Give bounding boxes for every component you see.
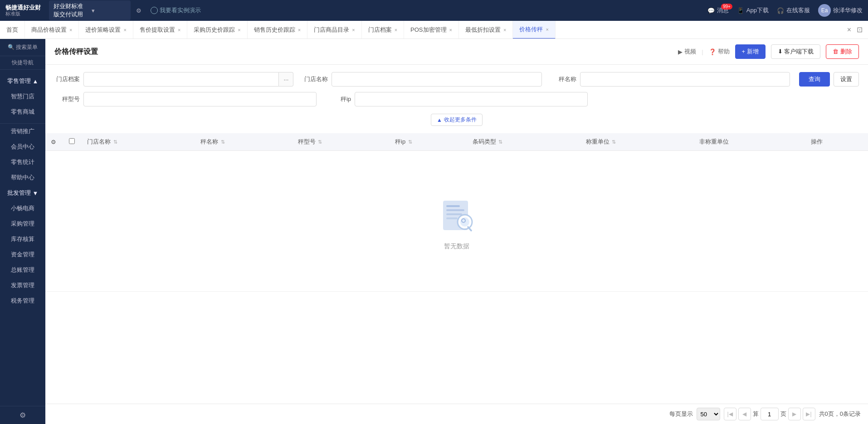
- next-page-button[interactable]: ▶: [788, 408, 801, 420]
- store-archive-select-btn[interactable]: ···: [279, 72, 293, 87]
- demo-link-text: 我要看实例演示: [160, 6, 201, 14]
- settings-search-button-label: 设置: [840, 75, 852, 83]
- sidebar-group-retail[interactable]: 零售管理 ▲: [0, 73, 45, 89]
- tab-expand-icon[interactable]: ⊡: [855, 24, 864, 35]
- tab-close-icon[interactable]: ×: [449, 27, 452, 33]
- online-service-label: 在线客服: [786, 6, 810, 14]
- delete-button[interactable]: 🗑 删除: [826, 44, 859, 59]
- tab-store-archive[interactable]: 门店档案 ×: [362, 21, 404, 39]
- sidebar-item-retail-stats[interactable]: 零售统计: [0, 154, 45, 170]
- tab-close-icon[interactable]: ×: [178, 27, 180, 33]
- demo-link[interactable]: 我要看实例演示: [151, 6, 201, 14]
- settings-icon[interactable]: ⚙: [134, 5, 143, 16]
- sidebar-item-purchase[interactable]: 采购管理: [0, 216, 45, 231]
- sidebar-item-inventory[interactable]: 库存核算: [0, 231, 45, 247]
- sidebar-quick-nav[interactable]: 快捷导航: [0, 56, 45, 70]
- table-col-scale-model[interactable]: 秤型号 ⇅: [293, 133, 390, 151]
- table-header-row: ⚙ 门店名称 ⇅ 秤名称 ⇅ 秤型号: [45, 133, 868, 151]
- table-col-store-name[interactable]: 门店名称 ⇅: [82, 133, 195, 151]
- sidebar-item-retail-mall[interactable]: 零售商城: [0, 104, 45, 120]
- tab-store-catalog-label: 门店商品目录: [314, 26, 349, 34]
- app-download-button[interactable]: 📱 App下载: [737, 6, 769, 14]
- tab-sale-extract[interactable]: 售价提取设置 ×: [133, 21, 187, 39]
- sidebar-item-tax[interactable]: 税务管理: [0, 293, 45, 308]
- store-name-input[interactable]: [332, 72, 541, 87]
- settings-search-button[interactable]: 设置: [834, 72, 859, 87]
- sidebar-item-smart-store[interactable]: 智慧门店: [0, 89, 45, 104]
- search-button[interactable]: 查询: [799, 72, 830, 87]
- tab-store-catalog[interactable]: 门店商品目录 ×: [307, 21, 361, 39]
- tab-purchase-history[interactable]: 采购历史价跟踪 ×: [187, 21, 247, 39]
- app-logo: 畅捷通好业财 标准版: [5, 4, 42, 17]
- online-service-button[interactable]: 🎧 在线客服: [777, 6, 810, 14]
- tab-close-icon[interactable]: ×: [395, 27, 397, 33]
- table-col-barcode-type[interactable]: 条码类型 ⇅: [467, 133, 580, 151]
- sidebar-item-invoice[interactable]: 发票管理: [0, 278, 45, 293]
- tab-sale-history[interactable]: 销售历史价跟踪 ×: [248, 21, 307, 39]
- table-col-non-weight-unit-label: 非称重单位: [699, 138, 729, 145]
- last-page-button[interactable]: ▶|: [803, 408, 815, 420]
- tab-close-icon[interactable]: ×: [503, 27, 506, 33]
- scale-ip-input[interactable]: [355, 92, 588, 106]
- tab-min-discount[interactable]: 最低折扣设置 ×: [459, 21, 513, 39]
- download-button-label: ⬇ 客户端下载: [778, 48, 814, 56]
- tab-close-icon[interactable]: ×: [123, 27, 126, 33]
- store-archive-input-group: ···: [83, 72, 293, 87]
- tab-purchase-strategy[interactable]: 进价策略设置 ×: [79, 21, 133, 39]
- empty-illustration: [429, 192, 484, 237]
- tab-price-scale[interactable]: 价格传秤 ×: [513, 21, 555, 39]
- tab-pos-encrypt[interactable]: POS加密管理 ×: [404, 21, 459, 39]
- table-col-store-name-label: 门店名称: [87, 138, 111, 145]
- avatar: Ea: [818, 4, 831, 17]
- tab-close-icon[interactable]: ×: [546, 27, 548, 32]
- table-col-scale-name[interactable]: 秤名称 ⇅: [195, 133, 292, 151]
- page-number-input[interactable]: [761, 408, 779, 420]
- version-selector[interactable]: 好业财标准版交付试用 ▾: [49, 0, 131, 20]
- search-form: 门店档案 ··· 门店名称 秤名称 查询: [45, 65, 868, 133]
- prev-page-button[interactable]: ◀: [738, 408, 751, 420]
- chevron-down-icon: ▾: [92, 7, 126, 14]
- sidebar-item-member[interactable]: 会员中心: [0, 139, 45, 154]
- tab-close-icon[interactable]: ×: [69, 27, 72, 33]
- per-page-label: 每页显示: [669, 410, 693, 418]
- download-button[interactable]: ⬇ 客户端下载: [771, 44, 821, 59]
- help-link[interactable]: ❓ 帮助: [709, 48, 730, 56]
- sidebar-group-wholesale[interactable]: 批发管理 ▼: [0, 185, 45, 201]
- tab-close-icon[interactable]: ×: [298, 27, 301, 33]
- collapse-button-label: 收起更多条件: [444, 116, 477, 124]
- empty-state: 暂无数据: [51, 155, 863, 287]
- sort-icon: ⇅: [498, 139, 502, 145]
- sidebar-item-ledger[interactable]: 总账管理: [0, 262, 45, 278]
- sidebar-settings-icon[interactable]: ⚙: [20, 411, 26, 419]
- sidebar-item-marketing[interactable]: 营销推广: [0, 124, 45, 139]
- per-page-select[interactable]: 10 20 50 100: [697, 408, 720, 420]
- table-col-scale-ip[interactable]: 秤ip ⇅: [390, 133, 467, 151]
- store-archive-input[interactable]: [83, 72, 279, 87]
- video-link[interactable]: ▶ 视频: [678, 48, 696, 56]
- table-check-all[interactable]: [69, 138, 75, 144]
- svg-rect-3: [446, 213, 462, 215]
- tab-close-icon[interactable]: ×: [238, 27, 240, 33]
- sidebar-item-finance[interactable]: 资金管理: [0, 247, 45, 262]
- notifications-button[interactable]: 💬 消息 99+: [707, 6, 729, 14]
- scale-name-input[interactable]: [580, 72, 790, 87]
- chevron-up-icon: ▲: [33, 78, 39, 85]
- user-name: 徐泽华修改: [833, 6, 863, 14]
- table-col-check[interactable]: [63, 133, 82, 151]
- scale-model-input[interactable]: [83, 92, 317, 106]
- sidebar-item-help[interactable]: 帮助中心: [0, 170, 45, 185]
- table-col-gear[interactable]: ⚙: [45, 133, 63, 151]
- user-profile-button[interactable]: Ea 徐泽华修改: [818, 4, 863, 17]
- collapse-button[interactable]: ▲ 收起更多条件: [431, 114, 483, 126]
- add-button[interactable]: + 新增: [735, 44, 766, 59]
- empty-svg: [434, 194, 479, 235]
- tab-close-icon[interactable]: ×: [352, 27, 355, 33]
- data-table: ⚙ 门店名称 ⇅ 秤名称 ⇅ 秤型号: [45, 133, 868, 292]
- sidebar-item-ecommerce[interactable]: 小畅电商: [0, 201, 45, 216]
- table-col-weight-unit[interactable]: 称重单位 ⇅: [580, 133, 694, 151]
- first-page-button[interactable]: |◀: [724, 408, 736, 420]
- tab-price-settings[interactable]: 商品价格设置 ×: [25, 21, 79, 39]
- tab-home[interactable]: 首页: [0, 21, 25, 39]
- sidebar-search[interactable]: 🔍 搜索菜单: [0, 39, 45, 56]
- tab-close-all-icon[interactable]: ×: [845, 25, 853, 35]
